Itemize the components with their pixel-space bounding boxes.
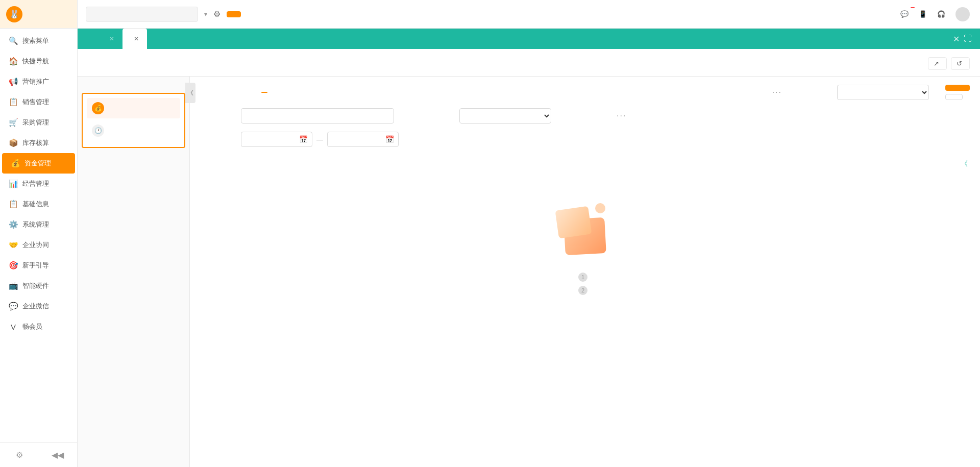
tabbar-right-actions: ✕ ⛶ xyxy=(953,34,972,44)
user-account[interactable] xyxy=(955,7,972,21)
sidebar-item-operations[interactable]: 📊经营管理 xyxy=(0,174,77,194)
nav-label-inventory: 库存核算 xyxy=(22,138,49,148)
counterpart-select-btn[interactable]: ··· xyxy=(772,88,782,97)
form-row-3: 📅 — 📅 xyxy=(200,132,970,147)
nav-label-marketing: 营销推广 xyxy=(22,77,49,86)
salesperson-select-btn[interactable]: ··· xyxy=(617,111,626,120)
sidebar-bottom: ⚙ ◀◀ xyxy=(0,442,77,467)
sidebar-nav: 🔍搜索菜单🏠快捷导航📢营销推广📋销售管理🛒采购管理📦库存核算💰资金管理📊经营管理… xyxy=(0,29,77,442)
service-icon: 🎧 xyxy=(937,10,945,18)
settings-button[interactable] xyxy=(945,94,963,100)
query-form: ··· xyxy=(200,85,970,173)
tabbar-close-icon[interactable]: ✕ xyxy=(953,34,960,44)
tabbar: ✕ ✕ ✕ ⛶ xyxy=(78,29,980,49)
logo-icon: 🐰 xyxy=(6,6,22,22)
empty-state: 1 2 xyxy=(200,173,970,326)
nav-label-member: 畅会员 xyxy=(22,322,42,331)
tabbar-expand-icon[interactable]: ⛶ xyxy=(964,34,972,43)
verify-date-start-icon[interactable]: 📅 xyxy=(299,135,308,143)
tab-collect-close-icon[interactable]: ✕ xyxy=(134,35,139,42)
sidebar-item-finance[interactable]: 💰资金管理 xyxy=(2,153,75,174)
nav-label-wechat: 企业微信 xyxy=(22,302,49,311)
sidebar-item-guide[interactable]: 🎯新手引导 xyxy=(0,255,77,276)
filter-by-receivable[interactable]: 🕐 xyxy=(87,120,180,141)
nav-icon-purchase: 🛒 xyxy=(8,117,18,128)
nav-icon-finance: 💰 xyxy=(10,158,20,168)
sidebar-item-purchase[interactable]: 🛒采购管理 xyxy=(0,112,77,133)
collapse-more-btn[interactable]: 《 xyxy=(200,155,970,173)
export-icon: ↗ xyxy=(934,60,939,67)
customer-service-btn[interactable]: 🎧 xyxy=(937,10,947,18)
refresh-button[interactable]: ↺ xyxy=(951,57,970,70)
user-avatar xyxy=(955,7,970,21)
topbar-right: 💬 📱 🎧 xyxy=(900,7,972,21)
query-button[interactable] xyxy=(945,85,970,91)
topbar-search-input[interactable] xyxy=(86,7,198,22)
page-actions: ↗ ↺ xyxy=(928,57,970,70)
sidebar-item-sales[interactable]: 📋销售管理 xyxy=(0,92,77,112)
hint-num-1: 1 xyxy=(578,273,587,282)
sidebar-item-search-menu[interactable]: 🔍搜索菜单 xyxy=(0,31,77,51)
tab-prepay-close-icon[interactable]: ✕ xyxy=(109,35,114,42)
sidebar: 🐰 🔍搜索菜单🏠快捷导航📢营销推广📋销售管理🛒采购管理📦库存核算💰资金管理📊经营… xyxy=(0,0,78,467)
filter-receivable-icon: 🕐 xyxy=(92,125,104,137)
export-button[interactable]: ↗ xyxy=(928,57,947,70)
tab-home[interactable] xyxy=(82,29,98,49)
settings-bottom-btn[interactable]: ⚙ xyxy=(11,447,28,463)
filter-by-collect[interactable]: 💰 xyxy=(87,98,180,118)
sidebar-item-member[interactable]: V畅会员 xyxy=(0,316,77,337)
verify-date-end-icon[interactable]: 📅 xyxy=(385,135,394,143)
tab-prepay-conflict[interactable]: ✕ xyxy=(98,29,122,49)
nav-label-sales: 销售管理 xyxy=(22,97,49,107)
solution-button[interactable] xyxy=(227,11,241,17)
messages-btn[interactable]: 💬 xyxy=(900,10,911,18)
department-select[interactable] xyxy=(459,108,551,124)
topbar-chevron-icon[interactable]: ▾ xyxy=(204,11,207,18)
verify-date-range: 📅 — 📅 xyxy=(241,132,399,147)
nav-label-system: 系统管理 xyxy=(22,220,49,229)
nav-label-search-menu: 搜索菜单 xyxy=(22,36,49,45)
verify-date-end[interactable]: 📅 xyxy=(327,132,399,147)
nav-label-purchase: 采购管理 xyxy=(22,118,49,127)
page: ↗ ↺ 💰 🕐 xyxy=(78,49,980,467)
nav-icon-search-menu: 🔍 xyxy=(8,36,18,46)
nav-label-operations: 经营管理 xyxy=(22,179,49,188)
tab-collect-verify[interactable]: ✕ xyxy=(122,29,147,49)
empty-illustration xyxy=(554,203,616,264)
sidebar-item-inventory[interactable]: 📦库存核算 xyxy=(0,133,77,153)
sidebar-item-basics[interactable]: 📋基础信息 xyxy=(0,194,77,214)
topbar-gear-icon[interactable]: ⚙ xyxy=(213,9,220,19)
collapse-icon: 《 xyxy=(961,159,968,168)
app-download-btn[interactable]: 📱 xyxy=(919,10,929,18)
nav-icon-enterprise: 🤝 xyxy=(8,240,18,250)
sidebar-item-wechat[interactable]: 💬企业微信 xyxy=(0,296,77,316)
nav-icon-member: V xyxy=(8,322,18,332)
sidebar-item-enterprise[interactable]: 🤝企业协同 xyxy=(0,235,77,255)
hint-num-2: 2 xyxy=(578,286,587,295)
nav-label-quick-nav: 快捷导航 xyxy=(22,57,49,66)
empty-hint-1: 1 xyxy=(578,273,592,282)
date-range-separator: — xyxy=(316,136,323,143)
left-panel: 💰 🕐 《 xyxy=(78,77,190,467)
empty-hint-2: 2 xyxy=(578,286,592,295)
message-badge xyxy=(911,7,915,8)
nav-icon-hardware: 📺 xyxy=(8,281,18,291)
verify-date-start[interactable]: 📅 xyxy=(241,132,312,147)
doc-type-select[interactable] xyxy=(837,85,929,100)
panel-collapse-btn[interactable]: 《 xyxy=(185,83,195,103)
main-area: ▾ ⚙ 💬 📱 🎧 xyxy=(78,0,980,467)
date-custom-badge[interactable] xyxy=(261,92,267,93)
sidebar-item-hardware[interactable]: 📺智能硬件 xyxy=(0,276,77,296)
right-panel: ··· xyxy=(190,77,980,467)
sidebar-item-quick-nav[interactable]: 🏠快捷导航 xyxy=(0,51,77,71)
doc-number-input[interactable] xyxy=(241,108,394,124)
sidebar-item-marketing[interactable]: 📢营销推广 xyxy=(0,71,77,92)
sidebar-item-system[interactable]: ⚙️系统管理 xyxy=(0,214,77,235)
nav-icon-inventory: 📦 xyxy=(8,138,18,148)
date-control xyxy=(241,92,501,93)
nav-label-guide: 新手引导 xyxy=(22,261,49,270)
nav-label-hardware: 智能硬件 xyxy=(22,281,49,290)
nav-icon-system: ⚙️ xyxy=(8,219,18,230)
nav-label-basics: 基础信息 xyxy=(22,200,49,209)
collapse-sidebar-btn[interactable]: ◀◀ xyxy=(50,447,66,463)
